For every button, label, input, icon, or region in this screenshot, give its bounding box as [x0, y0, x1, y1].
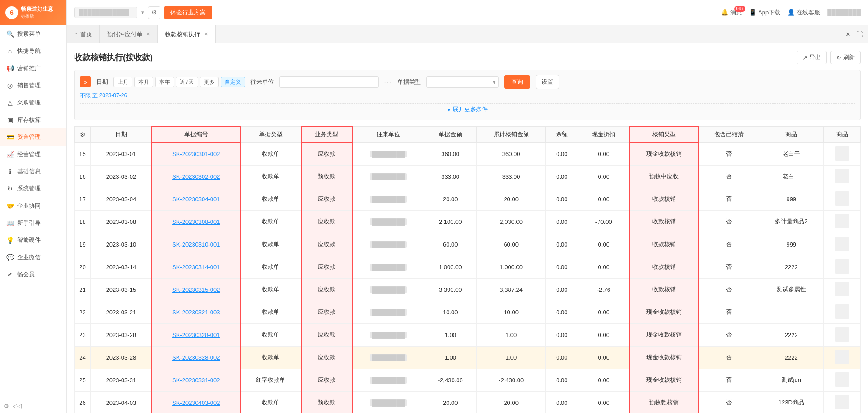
tab-collection-label: 收款核销执行: [165, 30, 200, 38]
date-custom-btn[interactable]: 自定义: [221, 77, 245, 87]
topbar: ████████████ ▾ ⚙ 体验行业方案 🔔 消息 99+ 📱 App下载…: [67, 0, 868, 25]
cell-counterparty: ████████: [352, 256, 424, 278]
tab-prepay[interactable]: 预付冲应付单 ✕: [100, 25, 158, 43]
doc-no-link[interactable]: SK-20230315-002: [172, 286, 220, 293]
doc-no-link[interactable]: SK-20230328-001: [172, 332, 220, 338]
cell-amount: 1,000.00: [424, 256, 477, 278]
sidebar-item-wechat[interactable]: 💬 企业微信: [0, 249, 66, 266]
cell-doc-type: 收款单: [241, 165, 301, 188]
sidebar-item-inventory[interactable]: ▣ 库存核算: [0, 111, 66, 128]
tab-collection-close-icon[interactable]: ✕: [204, 31, 208, 37]
cell-biz-type: 预收款: [301, 391, 353, 413]
cell-doc-no: SK-20230328-002: [152, 346, 241, 369]
query-button[interactable]: 查询: [504, 75, 530, 89]
online-service-button[interactable]: 👤 在线客服: [788, 9, 820, 17]
table-row: 22 2023-03-21 SK-20230321-003 收款单 应收款 ██…: [75, 301, 861, 323]
message-button[interactable]: 🔔 消息 99+: [721, 9, 742, 17]
cell-date: 2023-03-14: [91, 256, 152, 278]
cell-write-off-type: 现金收款核销: [629, 346, 699, 369]
filter-row: » 日期 上月 本月 本年 近7天 更多 自定义 往来单位 ··· 单据类型: [80, 75, 855, 89]
doc-no-link[interactable]: SK-20230304-001: [172, 196, 220, 203]
collapse-icon[interactable]: ◁◁: [13, 403, 22, 409]
cell-product: 测试多属性: [759, 278, 824, 301]
doc-no-link[interactable]: SK-20230310-001: [172, 241, 220, 248]
gear-button[interactable]: ⚙: [148, 6, 160, 19]
settings-icon[interactable]: ⚙: [4, 403, 9, 409]
sidebar-item-quick[interactable]: ⌂ 快捷导航: [0, 43, 66, 60]
sidebar-item-member[interactable]: ✔ 畅会员: [0, 266, 66, 283]
cell-row-no: 19: [75, 233, 91, 256]
guide-icon: 📖: [6, 219, 14, 227]
cell-row-no: 20: [75, 256, 91, 278]
sidebar-bottom: ⚙ ◁◁: [0, 399, 66, 413]
sidebar-item-label: 快捷导航: [17, 47, 41, 55]
doc-no-link[interactable]: SK-20230314-001: [172, 264, 220, 271]
doc-no-link[interactable]: SK-20230301-002: [172, 151, 220, 157]
sidebar-item-guide[interactable]: 📖 新手引导: [0, 214, 66, 232]
counterparty-input[interactable]: [279, 76, 379, 88]
app-download-button[interactable]: 📱 App下载: [749, 9, 780, 17]
industry-solution-button[interactable]: 体验行业方案: [164, 6, 212, 19]
sidebar-item-system[interactable]: ↻ 系统管理: [0, 180, 66, 197]
date-more-btn[interactable]: 更多: [200, 77, 219, 87]
cell-product-img: [824, 301, 861, 323]
filter-expand-button[interactable]: »: [80, 76, 91, 87]
th-settings[interactable]: ⚙: [75, 126, 91, 142]
tab-prepay-close-icon[interactable]: ✕: [146, 31, 150, 37]
cell-date: 2023-04-03: [91, 391, 152, 413]
date-prev-month-btn[interactable]: 上月: [113, 77, 132, 87]
sidebar-item-hardware[interactable]: 💡 智能硬件: [0, 232, 66, 249]
doc-no-link[interactable]: SK-20230302-002: [172, 173, 220, 180]
table-row: 25 2023-03-31 SK-20230331-002 红字收款单 应收款 …: [75, 369, 861, 391]
purchase-icon: △: [6, 99, 14, 106]
sidebar-item-sales[interactable]: ◎ 销售管理: [0, 77, 66, 94]
date-7days-btn[interactable]: 近7天: [176, 77, 198, 87]
cell-include-settled: 否: [699, 278, 759, 301]
sidebar-item-operation[interactable]: 📈 经营管理: [0, 146, 66, 163]
cell-written-off: 10.00: [477, 301, 546, 323]
cell-biz-type: 应收款: [301, 210, 353, 233]
sidebar-item-marketing[interactable]: 📢 营销推广: [0, 60, 66, 77]
cell-product-img: [824, 391, 861, 413]
cell-include-settled: 否: [699, 301, 759, 323]
tab-home[interactable]: ⌂ 首页: [67, 25, 100, 43]
cell-write-off-type: 现金收款核销: [629, 301, 699, 323]
export-button[interactable]: ↗ 导出: [797, 51, 827, 64]
th-counterparty: 往来单位: [352, 126, 424, 142]
cell-amount: 60.00: [424, 233, 477, 256]
tab-expand-icon[interactable]: ⛶: [854, 29, 864, 40]
expand-conditions-button[interactable]: ▾ 展开更多条件: [80, 103, 855, 115]
cell-biz-type: 应收款: [301, 323, 353, 346]
doc-no-link[interactable]: SK-20230308-001: [172, 218, 220, 225]
date-this-month-btn[interactable]: 本月: [134, 77, 153, 87]
doc-no-link[interactable]: SK-20230328-002: [172, 354, 220, 361]
refresh-button[interactable]: ↻ 刷新: [830, 51, 861, 64]
product-image: [835, 169, 849, 183]
sidebar-item-basic[interactable]: ℹ 基础信息: [0, 163, 66, 180]
product-image: [835, 350, 849, 364]
cell-cash-discount: 0.00: [578, 142, 629, 165]
date-this-year-btn[interactable]: 本年: [155, 77, 174, 87]
cell-counterparty: ████████: [352, 323, 424, 346]
cell-product: 2222: [759, 256, 824, 278]
cell-product: 测试jun: [759, 369, 824, 391]
cell-doc-type: 收款单: [241, 188, 301, 210]
cell-row-no: 24: [75, 346, 91, 369]
cell-product-img: [824, 278, 861, 301]
doc-no-link[interactable]: SK-20230403-002: [172, 399, 220, 406]
sidebar-item-enterprise[interactable]: 🤝 企业协同: [0, 197, 66, 214]
cell-doc-no: SK-20230315-002: [152, 278, 241, 301]
tab-close-all-icon[interactable]: ✕: [844, 29, 853, 40]
product-image: [835, 395, 849, 409]
sidebar-item-finance[interactable]: 💳 资金管理: [0, 128, 66, 146]
cell-amount: 3,390.00: [424, 278, 477, 301]
doc-no-link[interactable]: SK-20230321-003: [172, 309, 220, 316]
doc-no-link[interactable]: SK-20230331-002: [172, 377, 220, 384]
tab-collection[interactable]: 收款核销执行 ✕: [158, 25, 216, 43]
settings-button[interactable]: 设置: [536, 75, 559, 89]
table-row: 21 2023-03-15 SK-20230315-002 收款单 应收款 ██…: [75, 278, 861, 301]
sidebar-item-purchase[interactable]: △ 采购管理: [0, 94, 66, 111]
receipt-type-select[interactable]: [426, 76, 499, 88]
cell-balance: 0.00: [546, 233, 578, 256]
sidebar-item-search[interactable]: 🔍 搜索菜单: [0, 25, 66, 43]
